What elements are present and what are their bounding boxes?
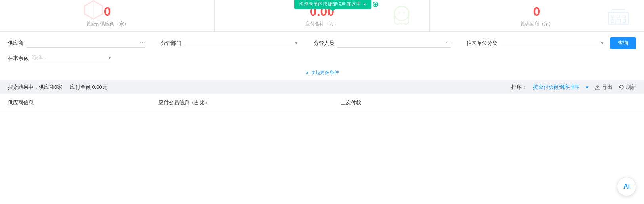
filter-row-1: 供应商 ··· 分管部门 ▾ 分管人员 ··· (8, 37, 636, 49)
filter-row-2: 往来余额 选择... ▾ (8, 54, 636, 62)
stat-payable-total: 0.00 应付合计（万） 快速录单的快捷键说明在这里 × (215, 0, 429, 31)
refresh-label[interactable]: 刷新 (626, 84, 636, 91)
manager-label: 分管人员 (314, 40, 334, 47)
refresh-icon (619, 84, 624, 90)
balance-select-wrap: 选择... ▾ (32, 54, 111, 62)
collapse-bar: ∧ 收起更多条件 (8, 67, 636, 80)
unit-category-chevron-icon[interactable]: ▾ (601, 40, 604, 46)
payable-total-label: 应付合计（万） (305, 21, 339, 27)
manager-input[interactable] (337, 40, 444, 46)
svg-rect-13 (616, 20, 621, 24)
svg-point-5 (403, 11, 405, 14)
collapse-button[interactable]: ∧ 收起更多条件 (305, 69, 339, 76)
collapse-label: 收起更多条件 (311, 69, 339, 76)
total-suppliers-label: 总供应商（家） (520, 21, 553, 27)
tooltip-close-btn[interactable]: × (363, 2, 366, 7)
col-last-payment-header: 上次付款 (341, 99, 636, 106)
department-select-wrap: ▾ (185, 40, 298, 47)
col-supplier-header: 供应商信息 (8, 99, 158, 106)
sort-chevron-icon[interactable]: ▾ (586, 84, 589, 90)
svg-rect-8 (611, 15, 614, 18)
results-info-area: 搜索结果中，供应商0家 应付金额 0.00元 (8, 84, 107, 91)
building-watermark-icon (604, 6, 632, 26)
svg-rect-12 (623, 20, 626, 23)
table-header: 供应商信息 应付交易信息（占比） 上次付款 (0, 94, 644, 111)
svg-point-3 (394, 6, 409, 21)
unit-category-label: 往来单位分类 (467, 40, 497, 47)
export-icon (595, 84, 600, 90)
table-body (0, 111, 644, 204)
total-payable-suppliers-value: 0 (104, 4, 111, 19)
total-suppliers-value: 0 (533, 4, 540, 19)
export-button[interactable]: 导出 (595, 84, 612, 91)
diamond-logo-icon (84, 0, 103, 20)
supplier-more-icon[interactable]: ··· (140, 39, 145, 46)
stat-total-payable-suppliers: 0 总应付供应商（家） (0, 0, 215, 31)
balance-label: 往来余额 (8, 55, 29, 62)
results-bar: 搜索结果中，供应商0家 应付金额 0.00元 排序： 按应付会额倒序排序 ▾ 导… (0, 80, 644, 94)
collapse-chevron-up-icon: ∧ (305, 70, 309, 76)
tooltip-text: 快速录单的快捷键说明在这里 (299, 1, 361, 8)
supplier-label: 供应商 (8, 40, 23, 47)
results-amount: 应付金额 0.00元 (70, 84, 107, 90)
supplier-input[interactable] (27, 40, 138, 46)
balance-placeholder: 选择... (32, 54, 107, 61)
filter-balance: 往来余额 选择... ▾ (8, 54, 111, 62)
stat-total-suppliers: 0 总供应商（家） (430, 0, 644, 31)
filter-department: 分管部门 ▾ (161, 40, 298, 47)
svg-point-4 (398, 11, 400, 14)
refresh-button[interactable]: 刷新 (619, 84, 636, 91)
total-payable-suppliers-label: 总应付供应商（家） (86, 21, 129, 27)
stats-bar: 0 总应付供应商（家） 0.00 应付合计（万） 快速录单的快捷键说明在这里 × (0, 0, 644, 32)
svg-rect-11 (611, 20, 614, 23)
department-chevron-icon[interactable]: ▾ (295, 40, 298, 46)
manager-input-wrap: ··· (337, 39, 451, 48)
supplier-input-wrap: ··· (27, 39, 145, 48)
table-container: 供应商信息 应付交易信息（占比） 上次付款 (0, 94, 644, 204)
filter-unit-category: 往来单位分类 ▾ (467, 40, 604, 47)
manager-more-icon[interactable]: ··· (446, 39, 451, 46)
department-label: 分管部门 (161, 40, 181, 47)
results-actions: 排序： 按应付会额倒序排序 ▾ 导出 刷新 (511, 84, 636, 91)
unit-category-select-wrap: ▾ (501, 40, 604, 47)
shortcut-tooltip: 快速录单的快捷键说明在这里 × (294, 0, 371, 9)
results-count: 搜索结果中，供应商0家 (8, 84, 62, 90)
ghost-watermark-icon (390, 4, 413, 28)
filter-manager: 分管人员 ··· (314, 39, 451, 48)
svg-rect-9 (617, 15, 620, 18)
balance-chevron-icon[interactable]: ▾ (108, 54, 111, 61)
sort-label: 排序： (511, 84, 527, 91)
export-label[interactable]: 导出 (602, 84, 612, 91)
col-transaction-header: 应付交易信息（占比） (158, 99, 341, 106)
ai-assistant-button[interactable]: Ai (617, 177, 636, 196)
filter-area: 供应商 ··· 分管部门 ▾ 分管人员 ··· (0, 32, 644, 80)
svg-rect-7 (612, 9, 625, 12)
sort-value[interactable]: 按应付会额倒序排序 (533, 84, 579, 91)
svg-rect-14 (595, 88, 600, 90)
svg-rect-10 (623, 15, 626, 18)
tooltip-dot-icon (373, 2, 377, 6)
query-button[interactable]: 查询 (610, 37, 636, 49)
filter-supplier: 供应商 ··· (8, 39, 145, 48)
